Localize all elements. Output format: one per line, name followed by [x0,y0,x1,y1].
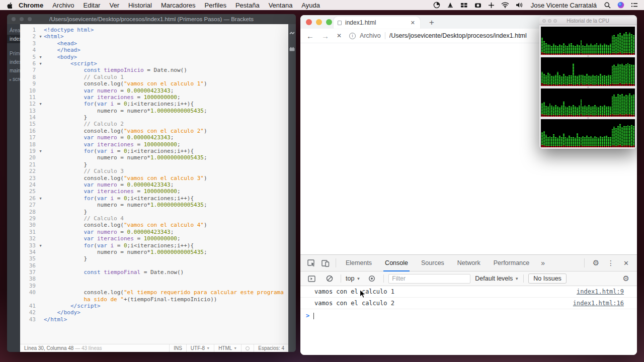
sidebar-item[interactable]: main.js [7,66,20,75]
status-mode[interactable]: HTML▼ [214,344,241,352]
status-spaces[interactable]: Espacios: 4 [254,344,288,352]
tab-close-icon[interactable]: ✕ [410,20,416,26]
tab-index1[interactable]: index1.html ✕ [334,17,420,29]
volume-icon[interactable] [516,2,523,8]
console-prompt[interactable]: > [300,309,637,319]
devtools-settings-icon[interactable]: ⚙ [590,258,602,267]
search-icon[interactable] [604,2,611,9]
devtools-close-icon[interactable]: ✕ [619,259,633,267]
fold-arrow-icon[interactable]: ▼ [37,101,44,107]
code-line: 38 [20,276,288,282]
menubar-username[interactable]: Jose Vicente Carratalá [531,2,597,9]
code-line: 4 </head> [20,47,288,53]
code-area[interactable]: 1<!doctype html>2▼<html>3 <head>4 </head… [20,24,288,344]
address-divider [385,32,385,39]
code-line: 3 <head> [20,40,288,47]
menu-chrome[interactable]: Chrome [14,2,48,9]
fold-arrow-icon[interactable]: ▼ [37,54,44,60]
code-line: 28 } [20,209,288,215]
menu-marcadores[interactable]: Marcadores [156,2,200,9]
devtools-tab-network[interactable]: Network [451,255,487,272]
chrome-window-controls[interactable] [306,19,332,25]
cone-icon[interactable] [447,2,454,9]
grid-app-icon[interactable] [460,2,468,9]
code-line: 30 console.log("vamos con el calculo 4") [20,222,288,228]
fold-arrow-icon[interactable]: ▼ [37,242,44,249]
brackets-window: /Users/josevicente/Desktop/procesos/inde… [7,14,296,352]
tab-title: index1.html [345,19,410,26]
menu-perfiles[interactable]: Perfiles [200,2,231,9]
cpu-core-graph [541,57,635,85]
pie-app-icon[interactable] [433,2,440,9]
menu-ayuda[interactable]: Ayuda [297,2,325,9]
url-text[interactable]: /Users/josevicente/Desktop/procesos/inde… [389,32,527,39]
devtools-tab-elements[interactable]: Elements [339,255,378,272]
devtools-tab-console[interactable]: Console [378,255,415,272]
sidebar-item[interactable]: index1.html [7,35,20,43]
siri-icon[interactable] [617,2,624,9]
console-sidebar-toggle-icon[interactable] [305,276,318,282]
crosshair-icon[interactable] [488,2,495,9]
menu-historial[interactable]: Historial [124,2,156,9]
device-toolbar-icon[interactable] [318,259,333,267]
live-preview-icon[interactable] [289,29,295,38]
devtools-tab-performance[interactable]: Performance [487,255,536,272]
code-line: 17 var numero = 0.00000423343; [20,134,288,141]
devtools-tabbar: ElementsConsoleSourcesNetworkPerformance… [300,255,637,272]
sidebar-item[interactable]: Primeros Pasos [7,49,20,58]
console-toolbar: top▼ Default levels▼ No Issues ⚙ [300,272,637,286]
console-message: vamos con el calculo 2index1.html:16 [300,298,637,309]
fold-arrow-icon[interactable]: ▼ [37,60,44,67]
code-line: ha sido de "+(tiempoFinal-tiempoInicio)) [20,296,288,303]
live-expression-eye-icon[interactable] [365,276,379,282]
code-line: 29 // Calculo 4 [20,215,288,222]
code-line: 36 [20,262,288,269]
forward-button[interactable]: → [321,32,329,40]
source-link[interactable]: index1.html:9 [577,288,624,295]
sidebar-item[interactable]: ▸screenshots [7,75,20,83]
log-levels-dropdown[interactable]: Default levels▼ [475,275,519,282]
clear-console-icon[interactable] [323,275,336,282]
fold-arrow-icon[interactable]: ▼ [37,33,44,40]
menu-editar[interactable]: Editar [78,2,105,9]
menu-ver[interactable]: Ver [105,2,124,9]
execution-context-selector[interactable]: top▼ [346,275,360,282]
brackets-titlebar[interactable]: /Users/josevicente/Desktop/procesos/inde… [7,14,296,24]
brackets-sidebar[interactable]: Área de trabajoindex1.htmlPrimeros Pasos… [7,24,20,352]
sidebar-item[interactable]: index.html [7,58,20,66]
wifi-icon[interactable] [501,2,509,8]
apple-icon[interactable] [6,2,12,9]
devtools-tab-sources[interactable]: Sources [415,255,451,272]
lint-status-icon[interactable] [241,344,254,352]
stop-loading-button[interactable]: ✕ [337,32,342,39]
menu-archivo[interactable]: Archivo [48,2,78,9]
cpu-graphs [539,25,636,149]
code-line: 31 var numero = 0.00000423343; [20,229,288,235]
menu-pestaña[interactable]: Pestaña [231,2,264,9]
address-bar[interactable]: i Archivo /Users/josevicente/Desktop/pro… [349,32,527,39]
code-line: 2▼<html> [20,33,288,40]
page-info-icon[interactable]: i [349,33,356,39]
more-tabs-icon[interactable]: » [536,259,550,267]
fold-arrow-icon[interactable]: ▼ [37,148,44,154]
menu-ventana[interactable]: Ventana [264,2,297,9]
new-tab-button[interactable]: + [427,17,436,29]
console-filter-input[interactable] [388,274,470,284]
source-link[interactable]: index1.html:16 [573,300,624,307]
no-issues-button[interactable]: No Issues [528,274,567,284]
code-line: 24 var numero = 0.00000423343; [20,182,288,188]
fold-arrow-icon[interactable]: ▼ [37,195,44,202]
devtools-menu-icon[interactable]: ⋮ [604,259,617,267]
console-settings-icon[interactable]: ⚙ [620,274,632,283]
cpu-titlebar[interactable]: Historial de la CPU [539,17,636,25]
inspect-element-icon[interactable] [304,259,318,267]
extension-manager-icon[interactable] [289,44,295,53]
cpu-window-controls[interactable] [542,19,557,23]
back-button[interactable]: ← [306,32,314,40]
notification-list-icon[interactable] [631,2,638,8]
sidebar-item[interactable]: Área de trabajo [7,26,20,35]
code-line: 15 // Calculo 2 [20,121,288,127]
camera-app-icon[interactable] [474,2,481,9]
status-encoding[interactable]: UTF-8▼ [186,344,214,352]
status-ins[interactable]: INS [169,344,186,352]
